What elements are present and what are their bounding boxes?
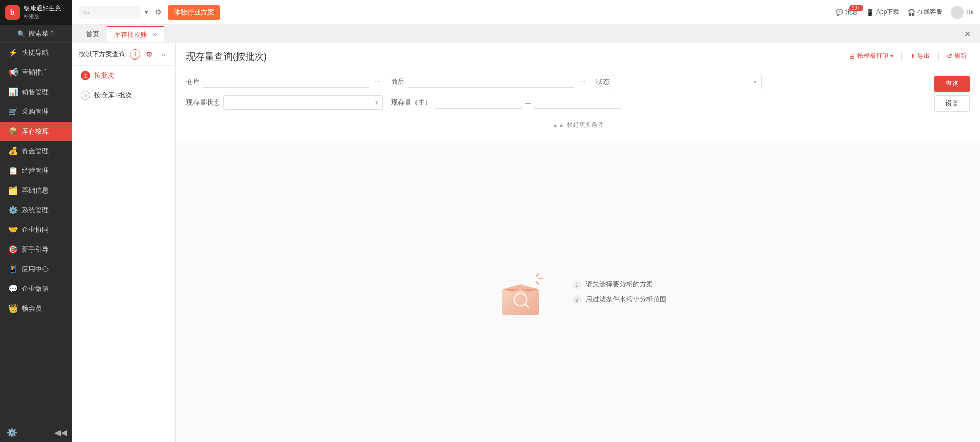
sidebar-item-wechat[interactable]: 💬 企业微信 [0, 279, 72, 299]
refresh-btn[interactable]: ↺ 刷新 [944, 50, 970, 63]
svg-line-5 [536, 282, 539, 284]
topbar-gear-btn[interactable]: ⚙ [153, 6, 164, 19]
filter-row-2: 现存量状态 ▾ 现存量（主） — [186, 95, 970, 110]
sidebar-search[interactable]: 🔍 搜索菜单 [0, 25, 72, 43]
message-icon: 💬 [836, 9, 843, 16]
sidebar-item-label: 基础信息 [22, 186, 49, 195]
sidebar-nav: ⚡ 快捷导航 📢 营销推广 📊 销售管理 🛒 采购管理 📦 库存核算 💰 资金管… [0, 43, 72, 422]
sidebar-item-guide[interactable]: 🎯 新手引导 [0, 240, 72, 259]
divider1 [901, 52, 902, 61]
shortcuts-icon: ⚡ [8, 48, 18, 57]
topbar-search-box[interactable]: ▭ [79, 6, 141, 19]
app-download-btn[interactable]: 📱 App下载 [866, 8, 899, 17]
tab-bar: 首页 库存批次账 ✕ ✕ [72, 25, 980, 43]
sidebar-item-member[interactable]: 👑 畅会员 [0, 299, 72, 318]
sidebar-settings-btn[interactable]: ⚙️ [6, 426, 18, 438]
company-name: 畅康通好生意 [24, 5, 61, 13]
system-icon: ⚙️ [8, 205, 18, 215]
tab-inventory-batch-label: 库存批次账 [114, 30, 147, 39]
sidebar-item-label: 企业微信 [22, 284, 49, 293]
empty-illustration [489, 261, 552, 323]
print-btn[interactable]: 🖨 按模板打印 ▾ [846, 50, 896, 63]
finance-icon: 💰 [8, 146, 18, 156]
printer-icon: 🖨 [849, 53, 855, 60]
product-input[interactable] [408, 76, 574, 88]
sidebar-item-shortcuts[interactable]: ⚡ 快捷导航 [0, 43, 72, 63]
sidebar-footer: ⚙️ ◀◀ [0, 422, 72, 442]
close-all-tabs-btn[interactable]: ✕ [961, 29, 974, 39]
scheme-settings-btn[interactable]: ⚙ [143, 49, 155, 60]
topbar: ▭ ▾ ⚙ 体验行业方案 💬 消息 99+ 📱 App下载 🎧 在线客服 [72, 0, 980, 25]
sidebar-item-sales[interactable]: 📊 销售管理 [0, 82, 72, 102]
phone-icon: 📱 [866, 9, 874, 16]
svg-line-3 [536, 274, 539, 276]
print-dropdown-icon: ▾ [890, 53, 893, 59]
collab-icon: 🤝 [8, 225, 18, 234]
sidebar-item-label: 经营管理 [22, 166, 49, 175]
headset-icon: 🎧 [908, 9, 915, 16]
trial-button[interactable]: 体验行业方案 [168, 5, 220, 20]
content-right: 现存量查询(按批次) 🖨 按模板打印 ▾ ⬆ 导出 ↺ 刷 [176, 43, 980, 442]
guide-icon: 🎯 [8, 245, 18, 254]
topbar-dropdown-btn[interactable]: ▾ [145, 8, 149, 16]
sidebar-item-marketing[interactable]: 📢 营销推广 [0, 63, 72, 82]
export-btn[interactable]: ⬆ 导出 [907, 50, 933, 63]
query-btn[interactable]: 查询 [934, 76, 970, 92]
sidebar-item-collab[interactable]: 🤝 企业协同 [0, 220, 72, 240]
add-scheme-btn[interactable]: + [130, 49, 140, 60]
scheme-by-warehouse-batch-icon: ⊙ [81, 91, 90, 100]
tab-close-btn[interactable]: ✕ [152, 31, 157, 38]
topbar-search-text [92, 8, 116, 17]
scheme-by-warehouse-batch[interactable]: ⊙ 按仓库+批次 [72, 85, 175, 105]
scheme-by-batch[interactable]: ⊙ 按批次 [72, 66, 175, 85]
online-service-label: 在线客服 [917, 8, 942, 17]
sidebar-item-inventory[interactable]: 📦 库存核算 [0, 122, 72, 141]
print-label: 按模板打印 [857, 52, 888, 61]
online-service-btn[interactable]: 🎧 在线客服 [908, 8, 942, 17]
empty-state: 1 请先选择要分析的方案 2 用过滤条件来缩小分析范围 [176, 141, 980, 442]
sidebar-item-finance[interactable]: 💰 资金管理 [0, 141, 72, 161]
empty-tip-2: 2 用过滤条件来缩小分析范围 [572, 294, 666, 304]
stock-status-label: 现存量状态 [186, 98, 220, 107]
stock-status-filter: 现存量状态 ▾ [186, 95, 383, 110]
stock-amount-dash: — [525, 99, 531, 107]
tab-inventory-batch[interactable]: 库存批次账 ✕ [107, 26, 164, 42]
tab-home[interactable]: 首页 [79, 26, 107, 42]
status-select[interactable]: ▾ [613, 75, 762, 89]
stock-amount-max[interactable] [534, 96, 621, 109]
avatar [951, 6, 964, 19]
search-icon: 🔍 [17, 30, 25, 38]
sidebar: b 畅康通好生意 标准版 🔍 搜索菜单 ⚡ 快捷导航 📢 营销推广 📊 销售管理… [0, 0, 72, 442]
stock-status-select[interactable]: ▾ [223, 95, 383, 110]
left-panel-collapse-btn[interactable]: « [158, 49, 169, 60]
product-dots-btn[interactable]: ··· [577, 77, 588, 86]
scheme-by-warehouse-batch-label: 按仓库+批次 [94, 91, 132, 100]
sidebar-item-app-center[interactable]: 📱 应用中心 [0, 259, 72, 279]
sidebar-item-system[interactable]: ⚙️ 系统管理 [0, 200, 72, 220]
empty-tips: 1 请先选择要分析的方案 2 用过滤条件来缩小分析范围 [572, 279, 666, 304]
sidebar-item-label: 营销推广 [22, 68, 49, 77]
messages-badge: 99+ [849, 5, 863, 11]
app-info: 畅康通好生意 标准版 [24, 5, 61, 20]
tab-home-label: 首页 [86, 30, 99, 39]
tip2-text: 用过滤条件来缩小分析范围 [586, 294, 666, 304]
stock-amount-min[interactable] [435, 96, 522, 109]
collapse-filter-btn[interactable]: ▲▲ 收起更多条件 [186, 116, 970, 134]
warehouse-label: 仓库 [186, 77, 200, 86]
topbar-search-icon: ▭ [84, 9, 90, 16]
sidebar-item-label: 销售管理 [22, 87, 49, 97]
sidebar-item-purchase[interactable]: 🛒 采购管理 [0, 102, 72, 122]
messages-btn[interactable]: 💬 消息 99+ [836, 8, 858, 17]
divider2 [938, 52, 939, 61]
user-avatar-btn[interactable]: Rit [951, 6, 974, 19]
sidebar-item-label: 系统管理 [22, 205, 49, 215]
warehouse-input[interactable] [203, 76, 369, 88]
purchase-icon: 🛒 [8, 107, 18, 116]
settings-btn[interactable]: 设置 [934, 95, 970, 112]
sidebar-collapse-btn[interactable]: ◀◀ [55, 426, 66, 438]
sidebar-item-operations[interactable]: 📋 经营管理 [0, 161, 72, 181]
product-filter: 商品 ··· [391, 76, 588, 88]
warehouse-dots-btn[interactable]: ··· [372, 77, 383, 86]
topbar-actions: 💬 消息 99+ 📱 App下载 🎧 在线客服 Rit [836, 6, 974, 19]
sidebar-item-basic-info[interactable]: 🗂️ 基础信息 [0, 181, 72, 200]
